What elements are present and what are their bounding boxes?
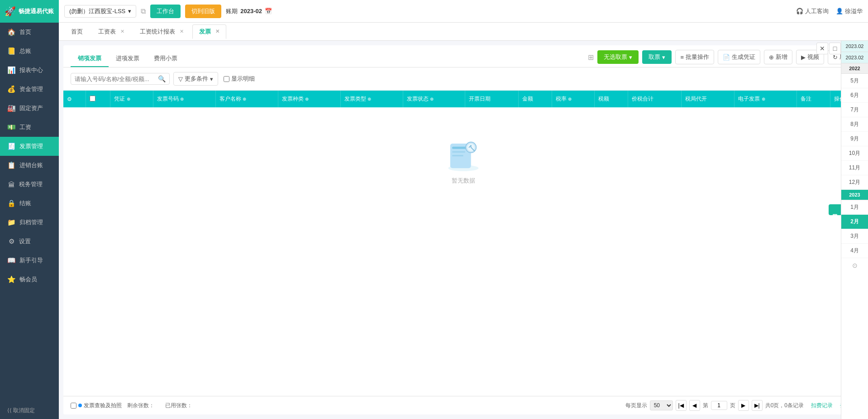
show-detail-wrap[interactable]: 显示明细 [224,75,255,83]
tab-salary-stats-label: 工资统计报表 [140,28,175,36]
next-page-btn[interactable]: ▶ [738,400,749,411]
subtab-bar: 销项发票 进项发票 费用小票 ⊞ 无选取票 ▾ 取票 ▾ ≡ [63,45,863,67]
sidebar-item-salary[interactable]: 💵 工资 [0,118,59,137]
tab-invoices-close[interactable]: ✕ [215,29,219,34]
service-button[interactable]: 🎧 人工客询 [796,7,829,15]
open-date-btn[interactable]: 开账日期 [829,204,841,215]
sidebar-item-sales[interactable]: 📋 进销台账 [0,156,59,175]
sidebar-item-home[interactable]: 🏠 首页 [0,23,59,42]
invoice-check-label: 发票查验及拍照 [71,402,122,409]
content-panel: 销项发票 进项发票 费用小票 ⊞ 无选取票 ▾ 取票 ▾ ≡ [63,45,863,414]
tab-salary-stats[interactable]: 工资统计报表 ✕ [133,24,191,39]
tab-salary-table-close[interactable]: ✕ [120,29,124,34]
sidebar-item-invoices[interactable]: 🧾 发票管理 [0,137,59,156]
plus-icon: ⊕ [769,54,774,61]
import-btn-label: 取票 [649,53,660,61]
grid-settings-icon[interactable]: ⊞ [588,53,594,62]
sidebar-item-assets[interactable]: 🏭 固定资产 [0,99,59,118]
first-page-btn[interactable]: |◀ [676,400,687,411]
sidebar-item-ledger[interactable]: 📒 总账 [0,42,59,61]
copy-icon[interactable]: ⧉ [141,7,146,15]
filter-chevron: ▾ [210,76,213,82]
search-input[interactable] [75,76,156,82]
batch-op-label: 批量操作 [686,53,709,61]
more-filter-btn[interactable]: ▽ 更多条件 ▾ [173,72,218,86]
month-7[interactable]: 7月 [841,103,868,117]
month-4[interactable]: 4月 [841,244,868,258]
no-selection-btn[interactable]: 无选取票 ▾ [597,50,639,64]
reports-icon: 📊 [7,66,16,74]
show-detail-checkbox[interactable] [224,76,229,82]
invoice-check-checkbox[interactable] [71,403,76,409]
per-page-select[interactable]: 50 100 200 [650,400,673,410]
period-label: 账期 [226,7,238,15]
col-invoice-no: 发票号码 ⊕ [153,91,215,107]
sidebar-item-funds[interactable]: 💰 资金管理 [0,80,59,99]
date-panel-close-btn[interactable]: ⊙ [841,258,868,273]
month-10[interactable]: 10月 [841,146,868,161]
svg-rect-3 [452,151,465,153]
select-all-checkbox[interactable] [90,96,95,101]
panel-ctrl-maximize[interactable]: □ [829,43,841,54]
calendar-icon[interactable]: 📅 [265,8,272,14]
logo-text: 畅捷通易代账 [19,7,54,15]
ledger-icon: 📒 [7,47,16,55]
subtab-sales-invoices[interactable]: 销项发票 [71,51,109,67]
tab-home[interactable]: 首页 [64,24,90,39]
sidebar-item-tax[interactable]: 🏛 税务管理 [0,175,59,194]
tab-invoices[interactable]: 发票 ✕ [192,24,226,39]
subtab-expense-receipts[interactable]: 费用小票 [147,51,185,67]
logo-icon: 🚀 [5,6,16,17]
sidebar-item-member[interactable]: ⭐ 畅会员 [0,270,59,289]
used-label: 已用张数： [165,402,192,409]
invoices-icon: 🧾 [7,142,16,150]
sidebar-item-close[interactable]: 🔒 结账 [0,194,59,213]
table-wrap: ⚙ 凭证 ⊕ 发票号码 ⊕ 客户名称 ⊕ 发票种类 ⊕ 发票类型 ⊕ 发票状态 … [63,91,863,396]
col-settings[interactable]: ⚙ [63,91,86,107]
page-label: 第 [703,402,708,409]
workbench-button[interactable]: 工作台 [150,5,181,18]
col-tax-total: 价税合计 [628,91,681,107]
tab-salary-table[interactable]: 工资表 ✕ [91,24,131,39]
page-input[interactable] [711,401,727,410]
sidebar-item-settings[interactable]: ⚙ 设置 [0,232,59,251]
switch-version-button[interactable]: 切到旧版 [185,5,221,18]
pagination-area: 每页显示 50 100 200 |◀ ◀ 第 页 ▶ ▶| 共0页，0条记录 扣… [625,400,856,411]
sidebar-item-guide[interactable]: 📖 新手引导 [0,251,59,270]
col-checkbox[interactable] [86,91,110,107]
month-11[interactable]: 11月 [841,161,868,175]
sidebar-item-reports[interactable]: 📊 报表中心 [0,61,59,80]
gen-voucher-icon: 📄 [723,54,730,61]
month-12[interactable]: 12月 [841,175,868,190]
company-selector[interactable]: (勿删）江西股宝-LSS ▾ [64,5,136,18]
last-page-btn[interactable]: ▶| [752,400,763,411]
month-6[interactable]: 6月 [841,88,868,103]
subtab-purchase-invoices[interactable]: 进项发票 [109,51,147,67]
add-record-link[interactable]: 扣费记录 [811,402,833,409]
month-1[interactable]: 1月 [841,200,868,215]
period-value: 2023-02 [240,8,262,14]
sidebar-pin-toggle[interactable]: ⟨⟨ 取消固定 [0,402,59,419]
date-panel-header1: 2023.02 [841,41,868,52]
col-invoice-category: 发票类型 ⊕ [340,91,403,107]
tab-salary-stats-close[interactable]: ✕ [180,29,184,34]
batch-op-icon: ≡ [680,54,684,61]
panel-ctrl-close[interactable]: ✕ [816,43,828,54]
sidebar-item-archive[interactable]: 📁 归档管理 [0,213,59,232]
sidebar-item-label: 税务管理 [19,180,43,188]
month-5[interactable]: 5月 [841,74,868,88]
member-icon: ⭐ [7,275,16,284]
batch-op-btn[interactable]: ≡ 批量操作 [675,50,714,64]
sidebar-item-label: 设置 [19,237,31,246]
user-avatar[interactable]: 👤 徐溢华 [836,7,863,15]
month-3[interactable]: 3月 [841,229,868,244]
prev-page-btn[interactable]: ◀ [689,400,700,411]
month-8[interactable]: 8月 [841,117,868,132]
gen-voucher-btn[interactable]: 📄 生成凭证 [718,50,760,64]
month-2-active[interactable]: 2月 [841,215,868,229]
year-2022: 2022 [841,63,868,74]
new-btn[interactable]: ⊕ 新增 [764,50,792,64]
import-btn[interactable]: 取票 ▾ [642,50,672,64]
month-9[interactable]: 9月 [841,132,868,146]
year-2023: 2023 [841,190,868,200]
